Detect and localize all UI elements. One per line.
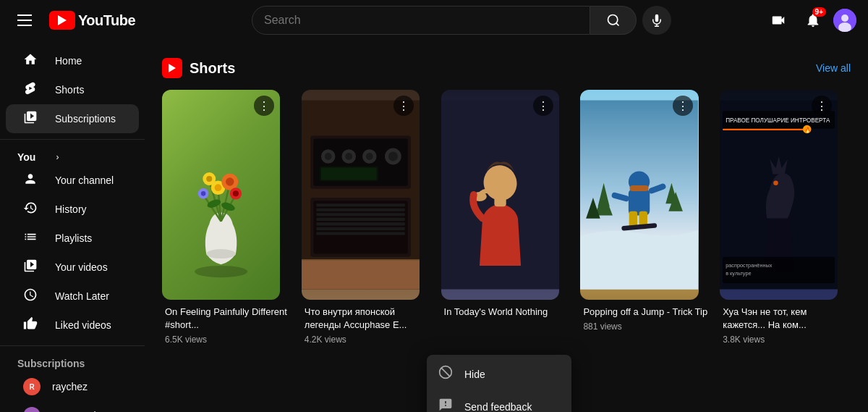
you-section-title: You <box>17 151 35 163</box>
sidebar-item-shorts[interactable]: Shorts <box>6 75 139 104</box>
svg-rect-43 <box>316 213 404 216</box>
short-card-4-menu[interactable]: ⋮ <box>673 96 693 116</box>
home-icon <box>23 52 38 70</box>
card3-background <box>441 90 559 300</box>
search-button[interactable] <box>590 6 637 35</box>
short-thumbnail-3: ⋮ <box>441 90 559 300</box>
context-menu: Hide Send feedback <box>427 355 571 412</box>
card2-background <box>302 90 420 300</box>
sidebar-item-playlists[interactable]: Playlists <box>6 224 139 253</box>
subscriptions-section-label: Subscriptions <box>0 352 145 372</box>
short-card-3-menu[interactable]: ⋮ <box>533 96 553 116</box>
sidebar-item-your-videos[interactable]: Your videos <box>6 253 139 282</box>
svg-rect-46 <box>316 227 404 230</box>
short-card-2-menu[interactable]: ⋮ <box>393 96 414 116</box>
sidebar-item-home[interactable]: Home <box>6 46 139 75</box>
hamburger-menu-icon[interactable] <box>12 9 38 32</box>
mic-button[interactable] <box>642 6 671 35</box>
short-card-2[interactable]: ⋮ Что внутри японской легенды Accuphase … <box>302 90 433 348</box>
short-card-4-info: Popping off a Jump - Trick Tip 881 views <box>580 300 711 335</box>
search-input-wrap <box>252 6 590 35</box>
history-icon <box>23 201 38 219</box>
svg-point-5 <box>841 14 848 22</box>
svg-point-30 <box>325 153 332 160</box>
svg-text:ПРАВОЕ ПОЛУШАРИЕ ИНТРОВЕРТА: ПРАВОЕ ПОЛУШАРИЕ ИНТРОВЕРТА <box>726 117 830 124</box>
sidebar-item-your-videos-label: Your videos <box>55 261 108 273</box>
youtube-logo[interactable]: YouTube <box>49 11 135 30</box>
notifications-button[interactable]: 9+ <box>799 6 827 35</box>
svg-point-36 <box>388 151 398 161</box>
short-card-5[interactable]: ПРАВОЕ ПОЛУШАРИЕ ИНТРОВЕРТА 🔥 распростра… <box>720 90 851 348</box>
shorts-title-row: Shorts <box>162 58 235 78</box>
sidebar-item-history[interactable]: History <box>6 195 139 224</box>
playlists-icon <box>23 230 38 248</box>
subscription-label-raychez: raychez <box>52 381 88 392</box>
svg-point-7 <box>195 266 247 277</box>
card1-background <box>162 90 280 300</box>
short-card-1-title: On Feeling Painfully Different #short... <box>165 306 290 332</box>
subscriptions-icon <box>23 110 38 128</box>
feedback-icon <box>438 398 453 412</box>
card4-background <box>580 90 698 300</box>
watch-later-icon <box>23 287 38 306</box>
svg-rect-47 <box>316 232 404 235</box>
shorts-grid: ⋮ On Feeling Painfully Different #short.… <box>162 90 851 348</box>
short-card-5-title: Хуа Чэн не тот, кем кажется... На ком... <box>723 306 848 332</box>
you-chevron-icon: › <box>56 152 59 162</box>
sidebar-item-subscriptions[interactable]: Subscriptions <box>6 104 139 133</box>
svg-line-1 <box>616 23 618 26</box>
sidebar-item-home-label: Home <box>55 55 82 67</box>
context-menu-feedback-label: Send feedback <box>464 401 532 413</box>
context-menu-hide-label: Hide <box>464 369 485 380</box>
svg-rect-45 <box>316 222 404 225</box>
svg-point-34 <box>366 153 373 160</box>
sidebar-item-liked-videos[interactable]: Liked videos <box>6 311 139 340</box>
better-voice-avatar: B <box>23 407 41 412</box>
sidebar-item-playlists-label: Playlists <box>55 232 92 244</box>
svg-rect-42 <box>316 209 404 211</box>
short-card-1-menu[interactable]: ⋮ <box>254 96 274 116</box>
svg-rect-48 <box>302 260 420 290</box>
svg-point-21 <box>233 190 239 196</box>
short-card-1-info: On Feeling Painfully Different #short...… <box>162 300 293 348</box>
svg-point-19 <box>206 176 212 182</box>
short-card-3-title: In Today's World Nothing <box>444 306 569 319</box>
sidebar-item-subscriptions-label: Subscriptions <box>55 113 116 125</box>
subscription-item-better-voice[interactable]: B Better Voice <box>6 401 139 412</box>
raychez-avatar: R <box>23 378 41 395</box>
your-channel-icon <box>23 172 38 190</box>
sidebar-item-liked-videos-label: Liked videos <box>55 319 111 331</box>
short-card-3-info: In Today's World Nothing <box>441 300 572 324</box>
svg-point-8 <box>206 249 236 258</box>
your-videos-icon <box>23 258 38 277</box>
short-card-2-title: Что внутри японской легенды Accuphase E.… <box>305 306 430 332</box>
svg-rect-41 <box>316 203 404 206</box>
sidebar-item-your-channel[interactable]: Your channel <box>6 166 139 195</box>
svg-point-70 <box>773 180 778 185</box>
short-card-2-views: 4.2K views <box>305 335 430 345</box>
sidebar-item-your-channel-label: Your channel <box>55 175 114 186</box>
sidebar-item-watch-later[interactable]: Watch Later <box>6 282 139 311</box>
create-button[interactable] <box>764 6 793 35</box>
short-card-2-info: Что внутри японской легенды Accuphase E.… <box>302 300 433 348</box>
topbar-right: 9+ <box>764 6 856 35</box>
youtube-logo-icon <box>49 11 75 30</box>
svg-rect-44 <box>316 218 404 221</box>
view-all-link[interactable]: View all <box>816 62 851 74</box>
topbar: YouTube <box>0 0 868 41</box>
subscription-item-raychez[interactable]: R raychez <box>6 372 139 401</box>
context-menu-hide[interactable]: Hide <box>427 358 571 390</box>
shorts-logo-icon <box>162 58 182 78</box>
short-card-4[interactable]: ⋮ Popping off a Jump - Trick Tip 881 vie… <box>580 90 711 348</box>
short-card-4-views: 881 views <box>583 321 708 332</box>
you-section-header[interactable]: You › <box>0 146 145 166</box>
short-card-1[interactable]: ⋮ On Feeling Painfully Different #short.… <box>162 90 293 348</box>
search-input[interactable] <box>264 14 578 27</box>
sidebar-item-shorts-label: Shorts <box>55 84 84 96</box>
short-card-5-info: Хуа Чэн не тот, кем кажется... На ком...… <box>720 300 851 348</box>
topbar-left: YouTube <box>12 9 171 32</box>
short-card-3[interactable]: ⋮ In Today's World Nothing <box>441 90 572 348</box>
short-thumbnail-5: ПРАВОЕ ПОЛУШАРИЕ ИНТРОВЕРТА 🔥 распростра… <box>720 90 838 300</box>
context-menu-feedback[interactable]: Send feedback <box>427 390 571 412</box>
avatar[interactable] <box>833 9 856 32</box>
